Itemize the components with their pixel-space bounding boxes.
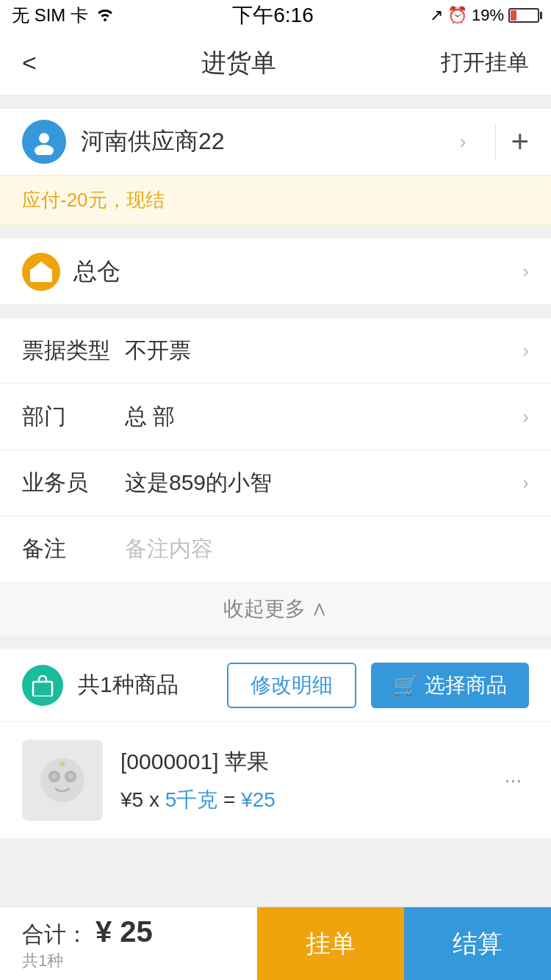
remark-placeholder: 备注内容 <box>125 534 529 564</box>
supplier-divider <box>495 123 496 160</box>
supplier-section: 河南供应商22 › + 应付-20元，现结 <box>0 109 551 226</box>
svg-rect-4 <box>33 682 52 696</box>
supplier-chevron-icon: › <box>459 130 466 154</box>
status-right: ↗ ⏰ 19% <box>430 6 539 25</box>
location-icon: ↗ <box>430 6 443 25</box>
status-bar: 无 SIM 卡 下午6:16 ↗ ⏰ 19% <box>0 0 551 31</box>
product-bag-icon <box>22 665 63 706</box>
bottom-bar: 合计： ¥ 25 共1种 挂单 结算 <box>0 907 551 980</box>
section-gap-2 <box>0 226 551 239</box>
collapse-label: 收起更多 ∧ <box>223 595 328 623</box>
product-item: [0000001] 苹果 ¥5 x 5千克 = ¥25 ··· <box>0 722 551 839</box>
department-value: 总 部 <box>125 402 522 432</box>
salesman-chevron-icon: › <box>522 472 529 494</box>
invoice-type-row[interactable]: 票据类型 不开票 › <box>0 318 551 384</box>
supplier-name: 河南供应商22 <box>81 126 459 158</box>
invoice-type-value: 不开票 <box>125 336 522 366</box>
product-info: [0000001] 苹果 ¥5 x 5千克 = ¥25 <box>120 747 497 814</box>
form-section: 票据类型 不开票 › 部门 总 部 › 业务员 这是859的小智 › 备注 备注… <box>0 318 551 583</box>
invoice-type-chevron-icon: › <box>522 339 529 362</box>
status-carrier: 无 SIM 卡 <box>12 4 116 27</box>
svg-point-8 <box>51 774 57 779</box>
alarm-icon: ⏰ <box>447 6 467 25</box>
warehouse-name: 总仓 <box>73 256 522 288</box>
add-supplier-button[interactable]: + <box>511 124 529 159</box>
salesman-label: 业务员 <box>22 468 110 498</box>
section-gap-4 <box>0 635 551 649</box>
remark-row[interactable]: 备注 备注内容 <box>0 516 551 583</box>
open-hang-button[interactable]: 打开挂单 <box>441 48 529 78</box>
svg-rect-2 <box>30 269 52 282</box>
total-amount: ¥ 25 <box>96 915 153 948</box>
product-header: 共1种商品 修改明细 🛒 选择商品 <box>0 649 551 722</box>
department-label: 部门 <box>22 402 110 432</box>
product-price: ¥5 x 5千克 = ¥25 <box>120 786 497 814</box>
select-product-button[interactable]: 🛒 选择商品 <box>371 663 529 708</box>
total-label: 合计： <box>22 920 88 950</box>
salesman-value: 这是859的小智 <box>125 468 522 498</box>
total-sub: 共1种 <box>22 950 235 972</box>
svg-marker-3 <box>30 262 52 270</box>
product-thumbnail <box>22 740 103 821</box>
product-name: [0000001] 苹果 <box>120 747 497 777</box>
svg-point-0 <box>39 133 49 143</box>
department-chevron-icon: › <box>522 406 529 428</box>
salesman-row[interactable]: 业务员 这是859的小智 › <box>0 450 551 516</box>
back-button[interactable]: < <box>22 48 37 77</box>
invoice-type-label: 票据类型 <box>22 336 110 366</box>
warehouse-row[interactable]: 总仓 › <box>0 239 551 305</box>
warehouse-section: 总仓 › <box>0 239 551 305</box>
checkout-button[interactable]: 结算 <box>404 907 551 981</box>
total-area: 合计： ¥ 25 共1种 <box>0 915 257 972</box>
svg-point-1 <box>35 145 54 155</box>
supplier-avatar <box>22 120 66 164</box>
section-gap-3 <box>0 305 551 318</box>
remark-label: 备注 <box>22 534 110 564</box>
section-gap-1 <box>0 96 551 109</box>
status-time: 下午6:16 <box>232 1 314 29</box>
battery-icon <box>508 8 539 23</box>
warehouse-chevron-icon: › <box>522 260 529 283</box>
product-more-button[interactable]: ··· <box>497 761 529 799</box>
select-product-icon: 🛒 <box>393 673 419 697</box>
svg-point-9 <box>68 774 73 779</box>
wifi-icon <box>94 5 116 26</box>
edit-detail-button[interactable]: 修改明细 <box>227 663 356 708</box>
product-section: 共1种商品 修改明细 🛒 选择商品 [0000001] 苹果 <box>0 649 551 839</box>
warehouse-icon <box>22 253 60 291</box>
hang-order-button[interactable]: 挂单 <box>257 907 404 981</box>
nav-bar: < 进货单 打开挂单 <box>0 31 551 96</box>
department-row[interactable]: 部门 总 部 › <box>0 384 551 450</box>
supplier-row[interactable]: 河南供应商22 › + <box>0 109 551 175</box>
supplier-notice: 应付-20元，现结 <box>0 175 551 226</box>
battery-percent: 19% <box>472 6 504 25</box>
page-title: 进货单 <box>201 46 276 80</box>
product-count: 共1种商品 <box>78 670 212 700</box>
collapse-row[interactable]: 收起更多 ∧ <box>0 583 551 635</box>
